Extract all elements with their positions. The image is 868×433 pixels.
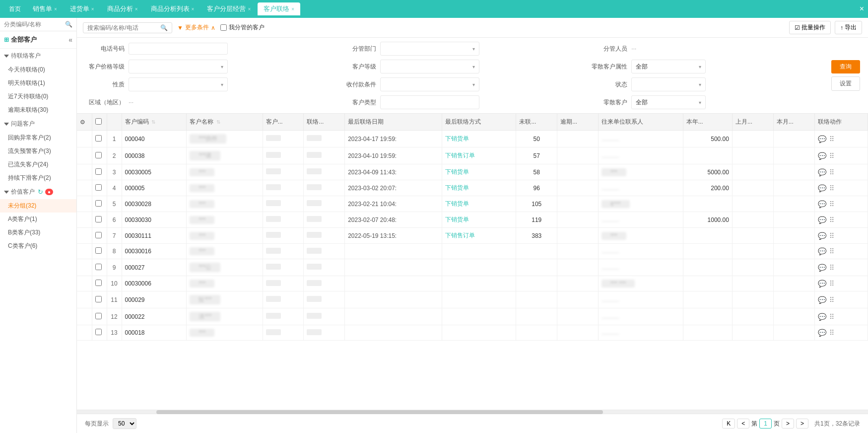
filter-input-phone[interactable] xyxy=(129,43,228,55)
nav-tab-customer-tier-close[interactable]: × xyxy=(248,6,251,12)
reset-button[interactable]: 设置 xyxy=(831,76,860,91)
more-icon-12[interactable]: ⠿ xyxy=(829,329,834,337)
more-icon-2[interactable]: ⠿ xyxy=(829,168,834,176)
region-dotdot-icon[interactable]: ··· xyxy=(129,99,134,106)
nav-tab-customer-contact[interactable]: 客户联络 × xyxy=(258,2,300,15)
sidebar-item-b-class[interactable]: B类客户(33) xyxy=(0,226,76,239)
row-checkbox-5[interactable] xyxy=(95,216,102,222)
more-icon-11[interactable]: ⠿ xyxy=(829,313,834,321)
td-check-4[interactable] xyxy=(92,196,107,212)
row-checkbox-12[interactable] xyxy=(95,329,102,335)
manager-dotdot-icon[interactable]: ··· xyxy=(631,45,636,52)
nav-tab-purchase-close[interactable]: × xyxy=(91,6,94,12)
nav-tab-analysis[interactable]: 商品分析 × xyxy=(101,2,144,15)
td-check-0[interactable] xyxy=(92,131,107,147)
chat-icon-0[interactable]: 💬 xyxy=(818,135,826,143)
refresh-icon[interactable]: ↻ xyxy=(38,188,43,196)
more-icon-9[interactable]: ⠿ xyxy=(829,280,834,288)
sidebar-item-7days[interactable]: 近7天待联络(0) xyxy=(0,90,76,103)
row-checkbox-6[interactable] xyxy=(95,232,102,238)
more-icon-10[interactable]: ⠿ xyxy=(829,296,834,304)
td-last-method-1[interactable]: 下销售订单 xyxy=(442,147,516,164)
filter-select-payment[interactable]: ▾ xyxy=(380,77,479,91)
td-check-5[interactable] xyxy=(92,212,107,228)
filter-select-customer-level[interactable]: ▾ xyxy=(380,60,479,73)
row-checkbox-0[interactable] xyxy=(95,135,102,142)
chat-icon-3[interactable]: 💬 xyxy=(818,184,826,192)
more-icon-3[interactable]: ⠿ xyxy=(829,184,834,192)
more-icon-1[interactable]: ⠿ xyxy=(829,152,834,160)
sidebar-item-overdue[interactable]: 逾期未联络(30) xyxy=(0,103,76,117)
chat-icon-4[interactable]: 💬 xyxy=(818,200,826,208)
nav-tab-analysis-close[interactable]: × xyxy=(135,6,138,12)
nav-tab-sales[interactable]: 销售单 × xyxy=(27,2,63,15)
prev-page-button[interactable]: < xyxy=(737,419,749,429)
row-checkbox-7[interactable] xyxy=(95,247,102,254)
chat-icon-9[interactable]: 💬 xyxy=(818,280,826,288)
row-checkbox-4[interactable] xyxy=(95,200,102,207)
chat-icon-8[interactable]: 💬 xyxy=(818,264,826,272)
td-check-3[interactable] xyxy=(92,180,107,196)
nav-tab-customer-contact-close[interactable]: × xyxy=(291,6,294,12)
filter-select-nature[interactable]: ▾ xyxy=(129,77,228,91)
chat-icon-6[interactable]: 💬 xyxy=(818,232,826,240)
filter-select-dept[interactable]: ▾ xyxy=(380,42,479,56)
row-checkbox-2[interactable] xyxy=(95,168,102,175)
td-last-method-4[interactable]: 下销货单 xyxy=(442,196,516,212)
scrollbar-thumb[interactable] xyxy=(156,410,603,414)
more-icon-6[interactable]: ⠿ xyxy=(829,232,834,240)
horizontal-scrollbar[interactable] xyxy=(77,410,868,414)
last-method-link-5[interactable]: 下销货单 xyxy=(445,216,469,223)
more-icon-5[interactable]: ⠿ xyxy=(829,216,834,224)
section-value-expand-icon[interactable] xyxy=(4,191,9,194)
td-check-8[interactable] xyxy=(92,259,107,276)
nav-tab-sales-close[interactable]: × xyxy=(54,6,57,12)
sidebar-item-ungrouped[interactable]: 未分组(32) xyxy=(0,199,76,213)
td-check-12[interactable] xyxy=(92,325,107,341)
chat-icon-2[interactable]: 💬 xyxy=(818,168,826,176)
filter-search-input[interactable] xyxy=(87,24,158,31)
nav-tab-analysis-list[interactable]: 商品分析列表 × xyxy=(145,2,200,15)
batch-op-button[interactable]: ☑ 批量操作 xyxy=(789,21,831,34)
filter-select-scatter[interactable]: 全部 ▾ xyxy=(631,95,706,109)
sidebar-item-c-class[interactable]: C类客户(6) xyxy=(0,239,76,253)
row-checkbox-9[interactable] xyxy=(95,280,102,286)
chat-icon-5[interactable]: 💬 xyxy=(818,216,826,224)
export-button[interactable]: ↑ 导出 xyxy=(835,21,862,34)
td-last-method-6[interactable]: 下销售订单 xyxy=(442,228,516,244)
td-last-method-3[interactable]: 下销货单 xyxy=(442,180,516,196)
last-method-link-2[interactable]: 下销货单 xyxy=(445,168,469,175)
last-method-link-3[interactable]: 下销货单 xyxy=(445,184,469,191)
td-last-method-2[interactable]: 下销货单 xyxy=(442,164,516,180)
nav-home[interactable]: 首页 xyxy=(4,3,26,15)
last-method-link-0[interactable]: 下销货单 xyxy=(445,135,469,142)
sidebar-search-input[interactable] xyxy=(4,21,63,28)
last-method-link-6[interactable]: 下销售订单 xyxy=(445,232,475,239)
row-checkbox-3[interactable] xyxy=(95,184,102,191)
select-all-checkbox[interactable] xyxy=(95,118,102,125)
next-page-button[interactable]: > xyxy=(782,419,794,429)
td-check-11[interactable] xyxy=(92,308,107,325)
more-icon-8[interactable]: ⠿ xyxy=(829,264,834,272)
row-checkbox-1[interactable] xyxy=(95,152,102,158)
section-problem-expand-icon[interactable] xyxy=(4,123,9,126)
sidebar-item-declining[interactable]: 持续下滑客户(2) xyxy=(0,171,76,185)
chat-icon-12[interactable]: 💬 xyxy=(818,329,826,337)
th-check[interactable] xyxy=(92,114,107,131)
top-close-button[interactable]: × xyxy=(860,4,864,13)
filter-select-price-level[interactable]: ▾ xyxy=(129,60,228,73)
chat-icon-10[interactable]: 💬 xyxy=(818,296,826,304)
filter-select-customer-type[interactable] xyxy=(380,95,479,109)
my-customers-filter[interactable]: 我分管的客户 xyxy=(220,23,265,32)
sidebar-item-churn-warning[interactable]: 流失预警客户(3) xyxy=(0,144,76,158)
row-checkbox-8[interactable] xyxy=(95,264,102,270)
sidebar-item-abnormal[interactable]: 回购异常客户(2) xyxy=(0,131,76,144)
sidebar-item-a-class[interactable]: A类客户(1) xyxy=(0,213,76,226)
sidebar-item-churned[interactable]: 已流失客户(24) xyxy=(0,158,76,171)
td-check-6[interactable] xyxy=(92,228,107,244)
my-customers-checkbox[interactable] xyxy=(220,24,227,31)
row-checkbox-10[interactable] xyxy=(95,296,102,302)
td-last-method-0[interactable]: 下销货单 xyxy=(442,131,516,147)
row-checkbox-11[interactable] xyxy=(95,313,102,319)
first-page-button[interactable]: K xyxy=(722,419,735,429)
